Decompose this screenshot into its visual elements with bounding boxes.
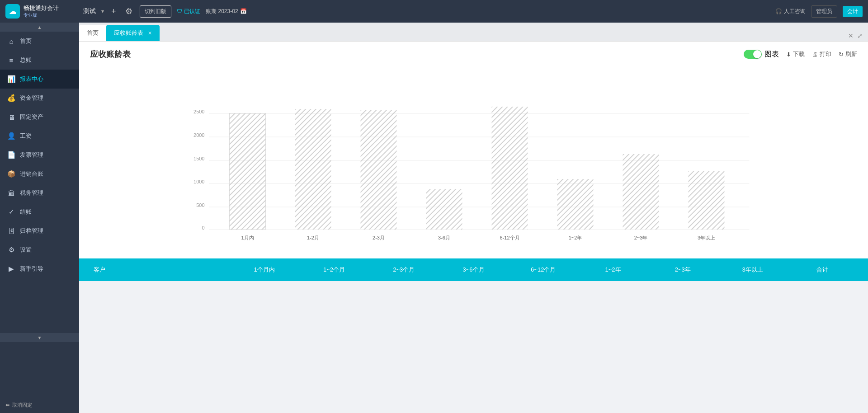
tab-aging-label: 应收账龄表 <box>114 29 143 37</box>
svg-rect-14 <box>295 109 331 230</box>
home-icon: ⌂ <box>7 38 15 45</box>
refresh-icon: ↻ <box>839 51 844 58</box>
print-button[interactable]: 🖨 打印 <box>812 50 831 58</box>
svg-text:1000: 1000 <box>193 179 204 184</box>
svg-text:500: 500 <box>196 202 204 208</box>
sidebar-item-sales[interactable]: 📦 进销台账 <box>0 164 79 183</box>
sidebar-item-assets[interactable]: 🖥 固定资产 <box>0 108 79 127</box>
ledger-icon: ≡ <box>7 56 15 64</box>
th-total: 合计 <box>788 258 857 281</box>
logo-text: 畅捷通好会计 专业版 <box>24 5 59 18</box>
guide-icon: ▶ <box>7 265 15 273</box>
svg-rect-16 <box>426 189 462 230</box>
funds-icon: 💰 <box>7 94 15 102</box>
company-name: 测试 <box>83 7 96 15</box>
settings-sidebar-icon: ⚙ <box>7 246 15 254</box>
sidebar-scroll-down[interactable]: ▼ <box>0 333 79 342</box>
sidebar-label-home: 首页 <box>20 37 32 45</box>
sidebar-item-funds[interactable]: 💰 资金管理 <box>0 89 79 108</box>
support-link[interactable]: 🎧 人工咨询 <box>775 8 806 15</box>
svg-rect-17 <box>492 107 528 230</box>
chart-toggle-label: 图表 <box>764 50 779 59</box>
sidebar-scroll-up[interactable]: ▲ <box>0 23 79 32</box>
sidebar-label-sales: 进销台账 <box>20 170 43 178</box>
tax-icon: 🏛 <box>7 189 15 197</box>
invoices-icon: 📄 <box>7 151 15 159</box>
role-button[interactable]: 会计 <box>843 6 863 17</box>
settings-icon[interactable]: ⚙ <box>123 5 134 18</box>
tab-bar: 首页 应收账龄表 ✕ ✕ ⤢ <box>79 23 868 42</box>
svg-rect-20 <box>689 171 725 230</box>
sidebar-item-settings[interactable]: ⚙ 设置 <box>0 240 79 259</box>
reports-icon: 📊 <box>7 75 15 83</box>
sidebar-item-reports[interactable]: 📊 报表中心 <box>0 70 79 89</box>
table-header: 客户 1个月内 1~2个月 2~3个月 3~6个月 6~12个月 1~2年 2~… <box>79 258 868 281</box>
logo-icon: ☁ <box>5 4 20 19</box>
svg-text:2000: 2000 <box>193 132 204 138</box>
th-6-12month: 6~12个月 <box>509 258 578 281</box>
certified-badge: 🛡 已认证 <box>177 8 200 15</box>
wages-icon: 👤 <box>7 132 15 140</box>
bar-chart: 0 500 1000 1500 2000 2500 <box>90 67 857 248</box>
sidebar-label-checkout: 结账 <box>20 208 32 216</box>
sidebar-item-invoices[interactable]: 📄 发票管理 <box>0 145 79 164</box>
sidebar-item-wages[interactable]: 👤 工资 <box>0 127 79 145</box>
close-window-button[interactable]: ✕ <box>848 32 854 39</box>
sidebar: ▲ ⌂ 首页 ≡ 总账 📊 报表中心 💰 资金管理 🖥 固定资产 👤 工资 📄 … <box>0 23 79 413</box>
tab-close-icon[interactable]: ✕ <box>148 30 152 36</box>
unpin-icon: ⬅ <box>5 402 9 408</box>
svg-rect-19 <box>623 154 659 230</box>
sidebar-label-assets: 固定资产 <box>20 113 43 121</box>
sidebar-label-reports: 报表中心 <box>20 75 43 83</box>
sidebar-label-settings: 设置 <box>20 246 32 254</box>
svg-text:2~3年: 2~3年 <box>634 235 648 240</box>
dropdown-icon[interactable]: ▾ <box>101 8 104 14</box>
content-area: 首页 应收账龄表 ✕ ✕ ⤢ 应收账龄表 <box>79 23 868 413</box>
chart-toggle[interactable]: 图表 <box>744 50 779 59</box>
download-button[interactable]: ⬇ 下载 <box>786 50 805 58</box>
sales-icon: 📦 <box>7 170 15 178</box>
sidebar-label-invoices: 发票管理 <box>20 151 43 159</box>
assets-icon: 🖥 <box>7 113 15 121</box>
svg-text:6-12个月: 6-12个月 <box>500 235 519 240</box>
page-content: 应收账龄表 图表 ⬇ 下载 🖨 <box>79 42 868 413</box>
switch-version-button[interactable]: 切到旧版 <box>140 5 171 18</box>
sidebar-item-home[interactable]: ⌂ 首页 <box>0 32 79 51</box>
tab-aging[interactable]: 应收账龄表 ✕ <box>106 25 160 41</box>
toggle-thumb <box>753 50 761 58</box>
sidebar-label-wages: 工资 <box>20 132 32 140</box>
logo-area: ☁ 畅捷通好会计 专业版 <box>5 4 78 19</box>
archive-icon: 🗄 <box>7 227 15 235</box>
svg-text:1-2月: 1-2月 <box>307 235 319 240</box>
svg-text:2500: 2500 <box>193 109 204 114</box>
sidebar-item-guide[interactable]: ▶ 新手引导 <box>0 259 79 278</box>
sidebar-footer-unpin[interactable]: ⬅ 取消固定 <box>0 397 79 413</box>
svg-text:1~2年: 1~2年 <box>569 235 582 240</box>
svg-rect-15 <box>361 110 397 230</box>
sidebar-item-checkout[interactable]: ✓ 结账 <box>0 202 79 221</box>
sidebar-item-tax[interactable]: 🏛 税务管理 <box>0 183 79 202</box>
th-1-2year: 1~2年 <box>578 258 648 281</box>
tab-home-label: 首页 <box>87 29 99 37</box>
tab-home[interactable]: 首页 <box>79 25 106 41</box>
svg-text:1月内: 1月内 <box>241 235 254 240</box>
svg-text:3年以上: 3年以上 <box>698 235 715 240</box>
toggle-track[interactable] <box>744 50 762 59</box>
svg-text:0: 0 <box>202 225 204 230</box>
tab-window-controls: ✕ ⤢ <box>848 32 868 41</box>
report-container: 应收账龄表 图表 ⬇ 下载 🖨 <box>79 42 868 281</box>
refresh-button[interactable]: ↻ 刷新 <box>839 50 857 58</box>
svg-rect-18 <box>557 179 594 230</box>
th-2-3month: 2~3个月 <box>369 258 439 281</box>
report-title: 应收账龄表 <box>90 49 131 60</box>
th-2-3year: 2~3年 <box>648 258 717 281</box>
sidebar-item-archive[interactable]: 🗄 归档管理 <box>0 221 79 240</box>
user-button[interactable]: 管理员 <box>811 5 837 18</box>
svg-text:3-6月: 3-6月 <box>438 235 450 240</box>
report-header: 应收账龄表 图表 ⬇ 下载 🖨 <box>79 42 868 67</box>
sidebar-item-ledger[interactable]: ≡ 总账 <box>0 51 79 70</box>
expand-window-button[interactable]: ⤢ <box>857 32 863 39</box>
chart-section: 0 500 1000 1500 2000 2500 <box>79 67 868 258</box>
th-1-2month: 1~2个月 <box>299 258 369 281</box>
add-button[interactable]: + <box>109 5 118 18</box>
